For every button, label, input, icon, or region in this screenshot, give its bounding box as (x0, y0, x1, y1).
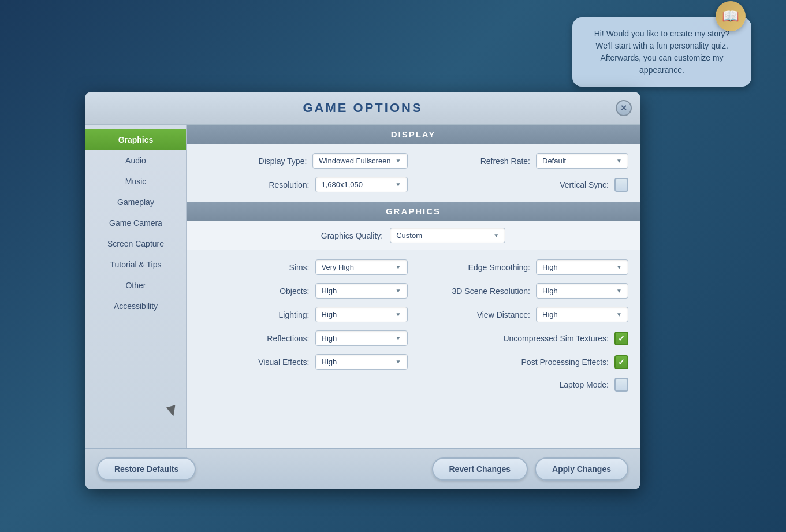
chevron-down-icon: ▼ (396, 158, 401, 164)
laptop-mode-row: Laptop Mode: (419, 378, 629, 392)
sidebar-item-accessibility[interactable]: Accessibility (85, 296, 186, 317)
reflections-row: Reflections: High ▼ (198, 330, 408, 346)
laptop-mode-label: Laptop Mode: (559, 380, 609, 389)
laptop-mode-checkbox[interactable] (614, 378, 628, 392)
sims-dropdown[interactable]: Very High ▼ (315, 259, 408, 275)
sidebar-item-music[interactable]: Music (85, 171, 186, 192)
visual-effects-label: Visual Effects: (258, 358, 309, 367)
vertical-sync-checkbox[interactable] (614, 178, 628, 192)
tooltip-text: Hi! Would you like to create my story? W… (594, 29, 730, 75)
view-distance-row: View Distance: High ▼ (419, 307, 629, 322)
post-processing-checkbox[interactable]: ✓ (614, 355, 628, 369)
chevron-down-icon: ▼ (396, 181, 401, 188)
uncompressed-textures-label: Uncompressed Sim Textures: (503, 334, 609, 343)
chevron-down-icon: ▼ (616, 158, 622, 164)
reflections-dropdown[interactable]: High ▼ (315, 330, 408, 346)
graphics-section-header: Graphics (187, 202, 640, 221)
refresh-rate-dropdown[interactable]: Default ▼ (536, 153, 628, 169)
objects-dropdown[interactable]: High ▼ (315, 283, 408, 299)
visual-effects-dropdown[interactable]: High ▼ (315, 354, 408, 370)
chevron-down-icon: ▼ (396, 335, 401, 341)
tooltip-bubble: 📖 Hi! Would you like to create my story?… (572, 17, 751, 87)
sidebar-item-tutorial-tips[interactable]: Tutorial & Tips (85, 254, 186, 275)
edge-smoothing-row: Edge Smoothing: High ▼ (419, 259, 629, 275)
sidebar-item-game-camera[interactable]: Game Camera (85, 213, 186, 233)
dialog-header: Game Options ✕ (85, 92, 640, 125)
post-processing-row: Post Processing Effects: ✓ (419, 355, 629, 369)
chevron-down-icon: ▼ (493, 232, 499, 239)
revert-changes-button[interactable]: Revert Changes (432, 457, 528, 481)
graphics-quality-row: Graphics Quality: Custom ▼ (187, 221, 640, 250)
display-type-dropdown[interactable]: Windowed Fullscreen ▼ (312, 153, 407, 169)
sidebar-item-gameplay[interactable]: Gameplay (85, 192, 186, 213)
graphics-quality-label: Graphics Quality: (321, 231, 383, 240)
chevron-down-icon: ▼ (616, 288, 622, 294)
chevron-down-icon: ▼ (396, 264, 401, 270)
sims-row: Sims: Very High ▼ (198, 259, 408, 275)
sidebar-item-screen-capture[interactable]: Screen Capture (85, 233, 186, 254)
resolution-dropdown[interactable]: 1,680x1,050 ▼ (315, 177, 408, 192)
reflections-label: Reflections: (267, 334, 309, 343)
settings-content: Display Display Type: Windowed Fullscree… (187, 125, 640, 448)
dialog-title: Game Options (303, 101, 422, 115)
vertical-sync-label: Vertical Sync: (560, 180, 609, 189)
edge-smoothing-dropdown[interactable]: High ▼ (536, 259, 628, 275)
chevron-down-icon: ▼ (396, 311, 401, 318)
edge-smoothing-label: Edge Smoothing: (468, 263, 530, 272)
restore-defaults-button[interactable]: Restore Defaults (97, 457, 196, 481)
sidebar-item-other[interactable]: Other (85, 275, 186, 296)
close-button[interactable]: ✕ (616, 100, 632, 116)
uncompressed-textures-row: Uncompressed Sim Textures: ✓ (419, 332, 629, 345)
chevron-down-icon: ▼ (616, 264, 622, 270)
lighting-dropdown[interactable]: High ▼ (315, 307, 408, 322)
display-section-header: Display (187, 125, 640, 144)
chevron-down-icon: ▼ (396, 359, 401, 365)
sidebar-item-audio[interactable]: Audio (85, 150, 186, 171)
sims-label: Sims: (289, 263, 310, 272)
graphics-settings: Sims: Very High ▼ Edge Smoothing: High ▼ (187, 250, 640, 401)
graphics-quality-dropdown[interactable]: Custom ▼ (390, 228, 505, 243)
scene-resolution-row: 3D Scene Resolution: High ▼ (419, 283, 629, 299)
uncompressed-textures-checkbox[interactable]: ✓ (614, 332, 628, 345)
tooltip-icon: 📖 (716, 1, 746, 31)
display-type-label: Display Type: (259, 157, 307, 166)
chevron-down-icon: ▼ (396, 288, 401, 294)
display-settings: Display Type: Windowed Fullscreen ▼ Refr… (187, 144, 640, 202)
view-distance-dropdown[interactable]: High ▼ (536, 307, 628, 322)
objects-row: Objects: High ▼ (198, 283, 408, 299)
refresh-rate-row: Refresh Rate: Default ▼ (419, 153, 629, 169)
vertical-sync-row: Vertical Sync: (419, 178, 629, 192)
visual-effects-row: Visual Effects: High ▼ (198, 354, 408, 370)
resolution-row: Resolution: 1,680x1,050 ▼ (198, 177, 408, 192)
display-type-row: Display Type: Windowed Fullscreen ▼ (198, 153, 408, 169)
view-distance-label: View Distance: (477, 310, 530, 319)
sidebar-item-graphics[interactable]: Graphics (85, 129, 186, 150)
sidebar: Graphics Audio Music Gameplay Game Camer… (85, 125, 187, 448)
apply-changes-button[interactable]: Apply Changes (535, 457, 628, 481)
scene-resolution-label: 3D Scene Resolution: (452, 287, 530, 296)
dialog-body: Graphics Audio Music Gameplay Game Camer… (85, 125, 640, 448)
game-options-dialog: Game Options ✕ Graphics Audio Music Game… (85, 92, 640, 489)
scene-resolution-dropdown[interactable]: High ▼ (536, 283, 628, 299)
refresh-rate-label: Refresh Rate: (480, 157, 530, 166)
lighting-label: Lighting: (279, 310, 310, 319)
chevron-down-icon: ▼ (616, 311, 622, 318)
resolution-label: Resolution: (269, 180, 309, 189)
dialog-footer: Restore Defaults Revert Changes Apply Ch… (85, 448, 640, 489)
objects-label: Objects: (280, 287, 309, 296)
lighting-row: Lighting: High ▼ (198, 307, 408, 322)
post-processing-label: Post Processing Effects: (521, 358, 609, 367)
